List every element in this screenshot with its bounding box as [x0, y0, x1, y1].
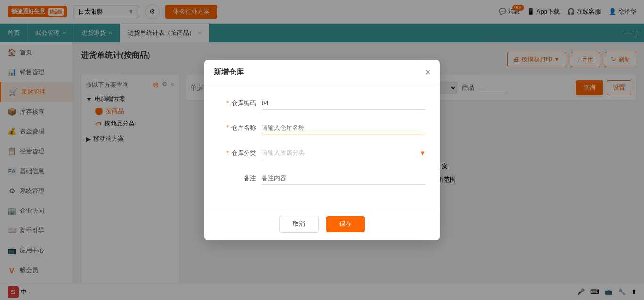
save-button[interactable]: 保存 — [326, 216, 365, 232]
modal-title: 新增仓库 — [214, 67, 244, 77]
modal-close-button[interactable]: × — [425, 67, 430, 77]
warehouse-code-input[interactable] — [262, 97, 426, 110]
warehouse-category-placeholder: 请输入所属分类 — [262, 149, 305, 157]
modal-body: * 仓库编码 * 仓库名称 * 仓库分类 请输入 — [204, 85, 440, 208]
required-star-code: * — [226, 100, 229, 107]
note-row: 备注 — [218, 172, 426, 185]
modal-header: 新增仓库 × — [204, 60, 440, 85]
warehouse-code-label: * 仓库编码 — [218, 99, 256, 108]
warehouse-category-label-text: 仓库分类 — [231, 150, 256, 157]
warehouse-category-row: * 仓库分类 请输入所属分类 ▼ — [218, 146, 426, 160]
warehouse-name-input[interactable] — [262, 121, 426, 134]
warehouse-category-label: * 仓库分类 — [218, 149, 256, 158]
warehouse-name-label: * 仓库名称 — [218, 124, 256, 132]
warehouse-name-label-text: 仓库名称 — [231, 124, 256, 131]
warehouse-name-row: * 仓库名称 — [218, 121, 426, 134]
note-input[interactable] — [262, 172, 426, 185]
warehouse-category-select[interactable]: 请输入所属分类 ▼ — [262, 146, 426, 160]
add-warehouse-modal: 新增仓库 × * 仓库编码 * 仓库名称 — [204, 60, 440, 240]
modal-footer: 取消 保存 — [204, 208, 440, 240]
warehouse-code-label-text: 仓库编码 — [231, 100, 256, 107]
cancel-button[interactable]: 取消 — [279, 216, 319, 233]
category-dropdown-icon: ▼ — [420, 150, 426, 157]
note-label: 备注 — [218, 174, 256, 183]
modal-overlay[interactable]: 新增仓库 × * 仓库编码 * 仓库名称 — [0, 0, 644, 300]
required-star-name: * — [226, 124, 229, 131]
required-star-category: * — [226, 150, 229, 157]
note-label-text: 备注 — [244, 175, 256, 182]
warehouse-code-row: * 仓库编码 — [218, 97, 426, 110]
